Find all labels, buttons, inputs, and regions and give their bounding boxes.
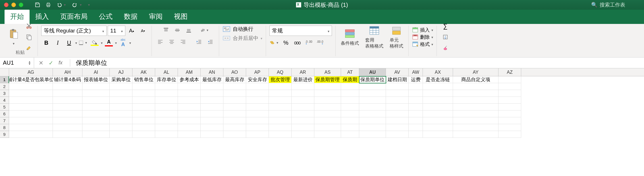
cell-AK7[interactable] (132, 117, 155, 124)
tab-data[interactable]: 数据 (118, 10, 143, 24)
clear-button[interactable] (440, 43, 450, 52)
cell-AT6[interactable] (341, 110, 359, 117)
cell-AP5[interactable] (246, 104, 269, 110)
cell-AJ5[interactable] (110, 104, 132, 110)
cell-AW2[interactable] (409, 83, 423, 90)
cell-AM6[interactable] (178, 110, 201, 117)
cell-AN1[interactable]: 最低库存 (201, 76, 223, 83)
fullscreen-window-button[interactable] (19, 3, 23, 7)
qat-customize-icon[interactable] (88, 3, 90, 7)
column-header-AQ[interactable]: AQ (269, 68, 292, 76)
row-header-3[interactable]: 3 (0, 90, 9, 97)
cell-AQ9[interactable] (269, 131, 292, 138)
cell-AV8[interactable] (386, 124, 409, 131)
column-header-AH[interactable]: AH (53, 68, 82, 76)
cell-AY6[interactable] (453, 110, 498, 117)
borders-button[interactable] (78, 38, 88, 47)
cell-AQ6[interactable] (269, 110, 292, 117)
column-header-AL[interactable]: AL (155, 68, 178, 76)
cell-AR7[interactable] (292, 117, 314, 124)
phonetic-button[interactable]: abcA (118, 38, 128, 47)
sheet-search[interactable]: 🔍 (591, 2, 639, 8)
orientation-button[interactable]: ab (200, 26, 210, 35)
cell-AT5[interactable] (341, 104, 359, 110)
cell-AX7[interactable] (423, 117, 453, 124)
cell-AI8[interactable] (82, 124, 110, 131)
cell-AV4[interactable] (386, 97, 409, 104)
cell-AH1[interactable]: 辅计量4条码 (53, 76, 82, 83)
cell-AW1[interactable]: 运费 (409, 76, 423, 83)
cell-AQ5[interactable] (269, 104, 292, 110)
decrease-decimal-button[interactable]: .00.0 (315, 38, 325, 47)
cell-AS9[interactable] (314, 131, 341, 138)
cell-AH6[interactable] (53, 110, 82, 117)
cell-AX2[interactable] (423, 83, 453, 90)
cell-AY9[interactable] (453, 131, 498, 138)
cell-AL5[interactable] (155, 104, 178, 110)
cell-AV3[interactable] (386, 90, 409, 97)
cell-AZ7[interactable] (498, 117, 521, 124)
cell-AO9[interactable] (223, 131, 246, 138)
cell-AK5[interactable] (132, 104, 155, 110)
cell-AX3[interactable] (423, 90, 453, 97)
align-center-button[interactable] (167, 37, 177, 46)
cell-AH4[interactable] (53, 97, 82, 104)
fx-icon[interactable]: fx (59, 60, 63, 66)
cell-AS3[interactable] (314, 90, 341, 97)
underline-button[interactable]: U (64, 38, 74, 47)
cell-AG4[interactable] (9, 97, 53, 104)
decrease-font-button[interactable]: A▾ (138, 26, 148, 35)
cell-AZ3[interactable] (498, 90, 521, 97)
cell-AR5[interactable] (292, 104, 314, 110)
cell-AY3[interactable] (453, 90, 498, 97)
cell-AG1[interactable]: 辅计量4是否包装单位 (9, 76, 53, 83)
cell-AK2[interactable] (132, 83, 155, 90)
cell-AV7[interactable] (386, 117, 409, 124)
copy-button[interactable] (24, 32, 34, 42)
cell-AO8[interactable] (223, 124, 246, 131)
cell-AS5[interactable] (314, 104, 341, 110)
font-color-dropdown-icon[interactable] (115, 40, 117, 45)
cell-AK4[interactable] (132, 97, 155, 104)
cell-AN3[interactable] (201, 90, 223, 97)
cell-AI5[interactable] (82, 104, 110, 110)
cell-AJ1[interactable]: 采购单位 (110, 76, 132, 83)
merge-center-button[interactable]: 合并后居中 (223, 35, 262, 42)
cell-AL3[interactable] (155, 90, 178, 97)
cell-AR4[interactable] (292, 97, 314, 104)
cell-AI2[interactable] (82, 83, 110, 90)
cell-AP3[interactable] (246, 90, 269, 97)
row-header-8[interactable]: 8 (0, 124, 9, 131)
cell-AT1[interactable]: 保质期 (341, 76, 359, 83)
italic-button[interactable]: I (53, 38, 63, 47)
cell-AU5[interactable] (359, 104, 386, 110)
cell-AX8[interactable] (423, 124, 453, 131)
tab-review[interactable]: 审阅 (143, 10, 168, 24)
cell-AO7[interactable] (223, 117, 246, 124)
column-header-AV[interactable]: AV (386, 68, 409, 76)
cell-AZ1[interactable] (498, 76, 521, 83)
align-bottom-button[interactable] (184, 26, 194, 35)
cell-AM2[interactable] (178, 83, 201, 90)
cell-AJ9[interactable] (110, 131, 132, 138)
cell-styles-button[interactable]: 单元 格样式 (388, 24, 405, 50)
align-top-button[interactable] (161, 26, 171, 35)
redo-dropdown-icon[interactable] (78, 0, 83, 9)
cell-AL4[interactable] (155, 97, 178, 104)
cell-AN2[interactable] (201, 83, 223, 90)
formula-input[interactable] (73, 58, 644, 68)
cell-AG9[interactable] (9, 131, 53, 138)
cell-AI1[interactable]: 报表辅单位 (82, 76, 110, 83)
save-icon[interactable] (35, 2, 40, 8)
column-header-AK[interactable]: AK (132, 68, 155, 76)
cell-AK1[interactable]: 销售单位 (132, 76, 155, 83)
cell-AP7[interactable] (246, 117, 269, 124)
cell-AR3[interactable] (292, 90, 314, 97)
cell-AG5[interactable] (9, 104, 53, 110)
fill-button[interactable] (440, 32, 450, 42)
column-header-AR[interactable]: AR (292, 68, 314, 76)
cell-AZ5[interactable] (498, 104, 521, 110)
cell-AW6[interactable] (409, 110, 423, 117)
cell-AG7[interactable] (9, 117, 53, 124)
cell-AM3[interactable] (178, 90, 201, 97)
